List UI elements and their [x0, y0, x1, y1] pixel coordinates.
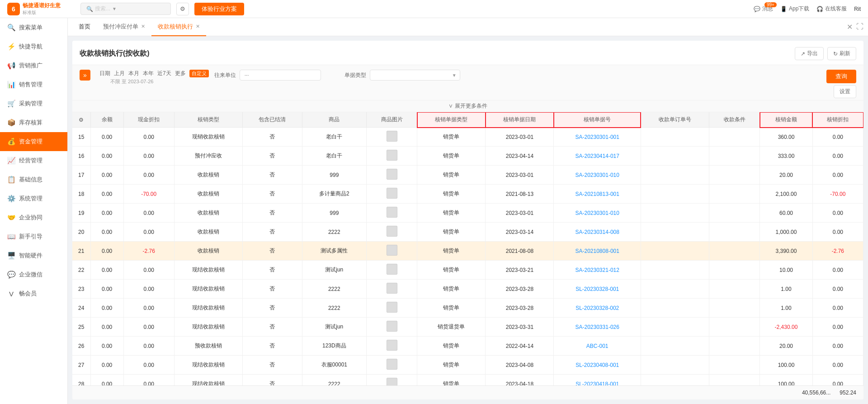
sidebar-item-cooperation[interactable]: 🤝 企业协同	[0, 208, 67, 227]
sidebar-item-sales[interactable]: 📊 销售管理	[0, 75, 67, 94]
table-footer: 40,556,66... 952.24	[72, 385, 863, 399]
goods-image-placeholder	[387, 283, 397, 294]
cell-cancel-bill-no[interactable]: SA-20230314-008	[554, 223, 641, 242]
col-goods-img: 商品图片	[367, 112, 417, 128]
sidebar-item-member[interactable]: V 畅会员	[0, 284, 67, 303]
cell-cancel-amount: 60.00	[760, 204, 813, 223]
cell-cancel-bill-no[interactable]: SA-20210813-001	[554, 185, 641, 204]
tab-prepay[interactable]: 预付冲应付单 ✕	[97, 18, 151, 36]
goods-image-placeholder	[387, 321, 397, 332]
cell-balance: 0.00	[90, 318, 123, 337]
sidebar-item-guide[interactable]: 📖 新手引导	[0, 227, 67, 246]
date-custom-btn[interactable]: 自定义	[189, 70, 209, 77]
date-last-month-btn[interactable]: 上月	[114, 70, 125, 77]
sidebar-item-marketing[interactable]: 📢 营销推广	[0, 56, 67, 75]
date-this-month-btn[interactable]: 本月	[128, 70, 139, 77]
cell-cash-discount: 0.00	[123, 166, 174, 185]
export-btn[interactable]: ↗ 导出	[795, 47, 824, 60]
date-7days-btn[interactable]: 近7天	[157, 70, 171, 77]
cell-goods-img	[367, 147, 417, 166]
cell-cancel-bill-no[interactable]: SL-20230328-002	[554, 299, 641, 318]
tab-receipt-cancel[interactable]: 收款核销执行 ✕	[151, 18, 206, 36]
cell-cancel-bill-date: 2023-03-01	[486, 204, 554, 223]
search-input-box[interactable]: 🔍 搜索... ▼	[80, 3, 171, 15]
cell-receipt-order-no	[641, 280, 709, 299]
cell-cancel-amount: 20.00	[760, 337, 813, 356]
sidebar-item-basics[interactable]: 📋 基础信息	[0, 170, 67, 189]
sidebar-item-search[interactable]: 🔍 搜索菜单	[0, 18, 67, 37]
page-content: 收款核销执行(按收款) ↗ 导出 ↻ 刷新 »	[72, 41, 863, 399]
cell-cancel-bill-no[interactable]: SA-20230301-010	[554, 166, 641, 185]
cell-balance: 0.00	[90, 128, 123, 147]
cell-cancel-bill-no[interactable]: SL-20230328-001	[554, 280, 641, 299]
cell-included-settled: 否	[242, 223, 302, 242]
tab-close-prepay[interactable]: ✕	[141, 24, 145, 29]
sidebar-item-wechat[interactable]: 💬 企业微信	[0, 265, 67, 284]
cell-cancel-bill-no[interactable]: SA-20230331-026	[554, 318, 641, 337]
date-this-year-btn[interactable]: 本年	[143, 70, 154, 77]
industry-btn[interactable]: 体验行业方案	[194, 3, 244, 15]
tab-home[interactable]: 首页	[72, 18, 97, 36]
cell-receipt-order-no	[641, 204, 709, 223]
table-settings-btn[interactable]: 设置	[834, 85, 856, 98]
cell-cancel-amount: 1.00	[760, 280, 813, 299]
row-no: 18	[72, 185, 90, 204]
col-gear: ⚙	[72, 112, 90, 128]
cell-cancel-type: 现结收款核销	[174, 299, 242, 318]
top-right-actions: 💬 消息 99+ 📱 App下载 🎧 在线客服 Rit	[754, 5, 861, 13]
online-service-btn[interactable]: 🎧 在线客服	[816, 5, 847, 13]
expand-conditions-btn[interactable]: ∨ 展开更多条件	[72, 100, 863, 112]
cell-cancel-bill-type: 销货单	[417, 223, 486, 242]
cell-cancel-amount: 360.00	[760, 128, 813, 147]
message-btn[interactable]: 💬 消息 99+	[754, 5, 773, 13]
bill-type-select[interactable]	[370, 70, 460, 81]
cell-cancel-bill-type: 销货退货单	[417, 318, 486, 337]
row-no: 22	[72, 261, 90, 280]
query-btn[interactable]: 查询	[826, 70, 856, 83]
sidebar-item-hardware[interactable]: 🖥️ 智能硬件	[0, 246, 67, 265]
cell-goods: 测试jun	[302, 261, 367, 280]
sidebar-item-system[interactable]: ⚙️ 系统管理	[0, 189, 67, 208]
cell-cancel-bill-date: 2022-04-14	[486, 337, 554, 356]
cell-cancel-type: 现结收款核销	[174, 280, 242, 299]
cell-cancel-bill-no[interactable]: SA-20230301-010	[554, 204, 641, 223]
cell-cancel-amount: 100.00	[760, 356, 813, 375]
cell-balance: 0.00	[90, 185, 123, 204]
cell-cancel-bill-no[interactable]: SA-20230301-001	[554, 128, 641, 147]
page-header: 收款核销执行(按收款) ↗ 导出 ↻ 刷新	[72, 41, 863, 65]
cell-balance: 0.00	[90, 147, 123, 166]
refresh-btn[interactable]: ↻ 刷新	[827, 47, 856, 60]
cell-cancel-amount: 1.00	[760, 299, 813, 318]
date-more-btn[interactable]: 更多	[175, 70, 186, 77]
expand-window-icon[interactable]: ⛶	[856, 23, 863, 31]
app-download-btn[interactable]: 📱 App下载	[780, 5, 809, 13]
sidebar-item-finance[interactable]: 💰 资金管理	[0, 132, 67, 151]
close-window-icon[interactable]: ✕	[847, 23, 853, 31]
sidebar-item-purchase[interactable]: 🛒 采购管理	[0, 94, 67, 113]
cell-cancel-bill-no[interactable]: SA-20210808-001	[554, 242, 641, 261]
cell-cancel-bill-type: 销货单	[417, 261, 486, 280]
cell-cancel-bill-date: 2023-03-21	[486, 261, 554, 280]
cell-cancel-bill-no[interactable]: SA-20230321-012	[554, 261, 641, 280]
sidebar-item-management[interactable]: 📈 经营管理	[0, 151, 67, 170]
sidebar-item-inventory[interactable]: 📦 库存核算	[0, 113, 67, 132]
settings-icon[interactable]: ⚙	[176, 3, 189, 15]
cell-cancel-bill-no[interactable]: SL-20230408-001	[554, 356, 641, 375]
refresh-icon: ↻	[833, 51, 838, 57]
hardware-icon: 🖥️	[7, 252, 15, 260]
cooperation-icon: 🤝	[7, 214, 15, 222]
from-unit-input[interactable]	[240, 70, 321, 81]
cell-cancel-bill-no[interactable]: SA-20230414-017	[554, 147, 641, 166]
cell-goods: 2222	[302, 280, 367, 299]
cell-goods-img	[367, 128, 417, 147]
member-icon: V	[7, 290, 15, 298]
goods-image-placeholder	[387, 169, 397, 180]
collapse-sidebar-btn[interactable]: »	[80, 70, 90, 81]
cell-cancel-bill-no[interactable]: ABC-001	[554, 337, 641, 356]
cell-cash-discount: 0.00	[123, 280, 174, 299]
tab-close-receipt[interactable]: ✕	[196, 24, 200, 29]
row-no: 19	[72, 204, 90, 223]
inventory-icon: 📦	[7, 119, 15, 127]
user-name[interactable]: Rit	[854, 6, 861, 12]
sidebar-item-quick-nav[interactable]: ⚡ 快捷导航	[0, 37, 67, 56]
